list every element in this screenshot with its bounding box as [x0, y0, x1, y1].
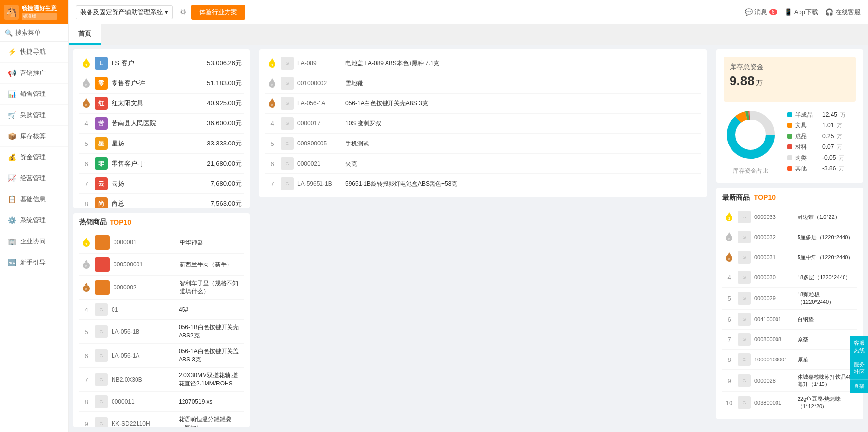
- settings-icon[interactable]: ⚙: [180, 7, 186, 17]
- sidebar-nav-item-4[interactable]: 📦库存核算: [0, 126, 68, 147]
- stock-title-label: 库存总资金: [730, 63, 850, 72]
- legend-unit: 万: [840, 111, 845, 119]
- rank-num-5: 5: [81, 328, 91, 336]
- search-menu-item[interactable]: 🔍 搜索菜单: [0, 24, 68, 42]
- newest-product-name: 原垄: [798, 336, 855, 343]
- svg-text:2: 2: [728, 237, 731, 241]
- rank-num-8: 8: [81, 200, 91, 208]
- sidebar-nav-item-3[interactable]: 🛒采购管理: [0, 105, 68, 126]
- legend-name: 文具: [795, 121, 820, 130]
- sidebar: 🐴 畅捷通好生意 标准版 🔍 搜索菜单 ⚡快捷导航📢营销推广📊销售管理🛒采购管理…: [0, 0, 69, 432]
- customer-avatar: L: [95, 57, 108, 70]
- system-title-dropdown[interactable]: 装备及固定资产辅助管理系统 ▾: [76, 5, 173, 19]
- svg-text:1: 1: [728, 216, 731, 221]
- rank-num-8: 8: [81, 398, 91, 406]
- svg-marker-26: [271, 98, 274, 101]
- online-service-button[interactable]: 🎧 在线客服: [825, 8, 861, 17]
- legend-item: 文具 1.01 万: [787, 121, 845, 130]
- sidebar-nav-item-5[interactable]: 💰资金管理: [0, 147, 68, 168]
- newest-product-item: 6 G 004100001 白钢垫: [722, 310, 857, 330]
- sidebar-nav-item-2[interactable]: 📊销售管理: [0, 84, 68, 105]
- sidebar-nav-item-1[interactable]: 📢营销推广: [0, 63, 68, 84]
- mid-product-code: 000800005: [297, 140, 342, 147]
- rank-badge-gold: 1: [81, 238, 91, 247]
- mid-product-avatar: G: [281, 117, 294, 130]
- middle-product-item: 7 G LA-59651-1B 59651-1B旋转投影灯电池盒ABS黑色+58…: [265, 174, 701, 193]
- customer-avatar: 零: [95, 157, 108, 170]
- rank-badge-bronze: 3: [81, 283, 91, 292]
- legend-unit: 万: [839, 165, 844, 172]
- hot-product-name: 2.0X30MM双搓花轴,搓花直径2.1MM/ROHS: [179, 371, 242, 388]
- newest-product-avatar: G: [738, 374, 751, 387]
- newest-product-name: 原垄: [798, 356, 855, 363]
- rank-badge-silver: 2: [724, 232, 734, 242]
- product-avatar-placeholder: G: [95, 325, 108, 338]
- rank-num-4: 4: [267, 120, 277, 127]
- home-tab[interactable]: 首页: [69, 24, 101, 45]
- message-button[interactable]: 💬 消息 6: [745, 8, 777, 17]
- nav-label-2: 销售管理: [20, 90, 46, 98]
- newest-product-avatar: G: [738, 333, 751, 346]
- newest-products-header: 最新商品 TOP10: [722, 193, 857, 202]
- hot-product-item: 2 000500001 新西兰牛肉（新牛）: [79, 254, 244, 276]
- hot-product-name: 45#: [179, 306, 242, 313]
- rank-num-5: 5: [724, 295, 734, 302]
- newest-product-name: 5厘中纤（1220*2440）: [798, 254, 855, 261]
- rank-badge-silver: 2: [81, 78, 91, 88]
- newest-products-card: 最新商品 TOP10 1 G 0000033 封边带（1.0*22） 2 G 0…: [716, 188, 863, 419]
- svg-marker-40: [728, 252, 731, 255]
- customer-hotline-button[interactable]: 客服热线: [850, 336, 868, 358]
- mid-product-name: 手机测试: [345, 140, 699, 148]
- nav-label-1: 营销推广: [20, 69, 46, 77]
- svg-text:1: 1: [85, 63, 88, 67]
- mid-product-name: 056-1A白色按键开关壳ABS 3克: [345, 99, 699, 108]
- mid-product-code: LA-59651-1B: [297, 180, 342, 187]
- sidebar-nav-item-10[interactable]: 🆕新手引导: [0, 252, 68, 273]
- live-button[interactable]: 直播: [850, 380, 868, 393]
- sidebar-nav-item-0[interactable]: ⚡快捷导航: [0, 42, 68, 63]
- hot-product-code: 000500001: [114, 261, 176, 268]
- hot-product-item: 4 G 01 45#: [79, 300, 244, 320]
- rank-badge-gold: 1: [81, 58, 91, 68]
- sidebar-nav-item-9[interactable]: 🏢企业协同: [0, 231, 68, 252]
- nav-icon-5: 💰: [7, 153, 16, 161]
- service-community-button[interactable]: 服务社区: [850, 358, 868, 380]
- sidebar-nav-item-8[interactable]: ⚙️系统管理: [0, 210, 68, 231]
- legend-name: 材料: [795, 143, 820, 151]
- hot-product-code: LA-056-1B: [112, 328, 175, 335]
- hot-product-item: 5 G LA-056-1B 056-1B白色按键开关壳ABS2克: [79, 320, 244, 344]
- rank-num-7: 7: [724, 336, 734, 343]
- legend-item: 成品 0.25 万: [787, 132, 845, 141]
- newest-product-item: 1 G 0000033 封边带（1.0*22）: [722, 207, 857, 227]
- newest-product-item: 10 G 003800001 22g鱼豆腐-烧烤味（1*12*20）: [722, 392, 857, 413]
- sidebar-nav-item-6[interactable]: 📈经营管理: [0, 168, 68, 189]
- newest-product-avatar: G: [738, 353, 751, 366]
- middle-product-item: 2 G 001000002 雪地靴: [265, 73, 701, 94]
- app-download-button[interactable]: 📱 App下载: [784, 8, 818, 17]
- newest-product-avatar: G: [738, 292, 751, 305]
- mid-product-code: LA-089: [297, 60, 342, 67]
- middle-product-item: 5 G 000800005 手机测试: [265, 134, 701, 154]
- rank-num-4: 4: [81, 306, 91, 313]
- search-menu-label: 搜索菜单: [15, 28, 41, 37]
- mid-product-code: 0000021: [297, 160, 342, 167]
- svg-marker-17: [85, 283, 88, 285]
- legend-value: -3.86: [822, 165, 836, 172]
- newest-product-item: 9 G 0000028 体城嘉核味苏打饮品400毫升（1*15）: [722, 370, 857, 392]
- customer-list-item: 7 云 云扬 7,680.00元: [79, 174, 244, 194]
- customer-list-item: 5 星 星扬 33,333.00元: [79, 134, 244, 154]
- legend-unit: 万: [837, 122, 842, 129]
- nav-icon-10: 🆕: [7, 259, 16, 266]
- dropdown-arrow-icon: ▾: [165, 8, 168, 16]
- newest-product-code: 003800001: [754, 400, 794, 406]
- sidebar-nav-item-7[interactable]: 📋基础信息: [0, 189, 68, 210]
- trial-button[interactable]: 体验行业方案: [191, 5, 245, 20]
- customer-list-item: 8 尚 尚总 7,563.00元: [79, 194, 244, 208]
- customer-name: 尚总: [112, 199, 206, 208]
- newest-product-item: 3 G 0000031 5厘中纤（1220*2440）: [722, 247, 857, 267]
- hot-product-name: 智利车子里（规格不知道填什么）: [180, 279, 242, 296]
- donut-chart-container: 库存资金占比 半成品 12.45 万 文具 1.01 万 成品 0.25 万 材…: [724, 108, 856, 175]
- newest-product-code: 0000029: [754, 295, 794, 301]
- legend-color: [787, 166, 792, 171]
- customer-value: 51,183.00元: [207, 79, 242, 88]
